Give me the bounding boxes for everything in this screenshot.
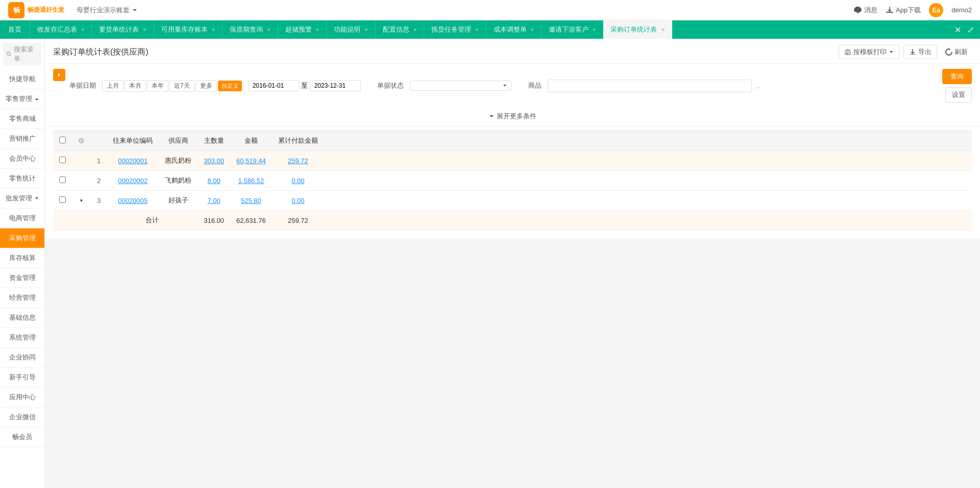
tab-task[interactable]: 拣货任务管理 × bbox=[424, 20, 486, 39]
close-tab-inventory[interactable]: × bbox=[212, 27, 215, 33]
refresh-button[interactable]: 刷新 bbox=[941, 45, 972, 59]
sidebar-item-app-center[interactable]: 应用中心 bbox=[0, 388, 44, 407]
search-placeholder: 搜索菜单 bbox=[14, 45, 38, 63]
close-tab-cost[interactable]: × bbox=[531, 27, 534, 33]
sidebar-item-enterprise[interactable]: 企业协同 bbox=[0, 348, 44, 368]
date-btn-last-month[interactable]: 上月 bbox=[102, 80, 124, 92]
sidebar-item-ecommerce[interactable]: 电商管理 bbox=[0, 209, 44, 228]
close-tab-task[interactable]: × bbox=[475, 27, 478, 33]
row-paid-1[interactable]: 259.72 bbox=[272, 151, 324, 171]
close-tab-expiry[interactable]: × bbox=[267, 27, 270, 33]
tab-home[interactable]: 首页 bbox=[0, 20, 30, 39]
template-print-button[interactable]: 按模板打印 bbox=[839, 45, 899, 59]
tab-expiry[interactable]: 保质期查询 × bbox=[223, 20, 278, 39]
message-action[interactable]: 消息 bbox=[854, 6, 877, 15]
close-tab-config[interactable]: × bbox=[413, 27, 416, 33]
date-range-area: 至 bbox=[248, 80, 361, 91]
tab-goods-stat[interactable]: 要货单统计表 × bbox=[92, 20, 154, 39]
maximize-tab-btn[interactable]: ⤢ bbox=[965, 23, 976, 37]
goods-filter-label: 商品 bbox=[528, 81, 542, 90]
sidebar-item-inventory-check[interactable]: 库存核算 bbox=[0, 248, 44, 268]
row-code-2[interactable]: 00020002 bbox=[107, 171, 159, 191]
row-qty-1[interactable]: 303.00 bbox=[198, 151, 230, 171]
svg-point-1 bbox=[7, 52, 10, 55]
sidebar-item-retail-stat[interactable]: 零售统计 bbox=[0, 169, 44, 189]
sidebar-search[interactable]: 搜索菜单 bbox=[0, 39, 44, 69]
sidebar-item-marketing[interactable]: 营销推广 bbox=[0, 129, 44, 149]
close-tab-collect[interactable]: × bbox=[81, 27, 84, 33]
tab-overstock[interactable]: 超储预警 × bbox=[278, 20, 327, 39]
sidebar-item-member[interactable]: 会员中心 bbox=[0, 149, 44, 169]
sidebar-item-shortcut[interactable]: 快捷导航 bbox=[0, 69, 44, 89]
th-gear[interactable]: ⚙ bbox=[72, 131, 91, 151]
tab-collect[interactable]: 收发存汇总表 × bbox=[30, 20, 92, 39]
gear-icon: ⚙ bbox=[78, 137, 85, 145]
row-qty-3[interactable]: 7.00 bbox=[198, 191, 230, 211]
status-select[interactable] bbox=[410, 81, 512, 91]
nav-tabs: 首页 收发存汇总表 × 要货单统计表 × 可用量库存账本 × 保质期查询 × 超… bbox=[0, 20, 980, 39]
row-amount-3[interactable]: 525.80 bbox=[230, 191, 272, 211]
sidebar-item-operation[interactable]: 经营管理 bbox=[0, 288, 44, 308]
sidebar-item-retail-shop[interactable]: 零售商城 bbox=[0, 109, 44, 129]
row-supplier-1: 惠氏奶粉 bbox=[159, 151, 198, 171]
row-code-1[interactable]: 00020001 bbox=[107, 151, 159, 171]
row-amount-1[interactable]: 60,519.44 bbox=[230, 151, 272, 171]
close-tab-btn[interactable]: ✕ bbox=[952, 23, 963, 37]
row-check bbox=[53, 191, 72, 211]
tab-config[interactable]: 配置信息 × bbox=[376, 20, 424, 39]
date-btn-this-month[interactable]: 本月 bbox=[125, 80, 146, 92]
sidebar-item-enterprise-wechat[interactable]: 企业微信 bbox=[0, 407, 44, 427]
settings-button[interactable]: 设置 bbox=[945, 87, 972, 102]
tab-purchase-stat[interactable]: 采购订单统计表 × bbox=[603, 20, 672, 39]
filter-row-date: 单据日期 上月 本月 本年 近7天 更多 自定义 bbox=[69, 69, 972, 102]
row-qty-2[interactable]: 6.00 bbox=[198, 171, 230, 191]
date-btn-custom[interactable]: 自定义 bbox=[218, 81, 242, 91]
expand-more-btn[interactable]: 展开更多条件 bbox=[488, 112, 536, 121]
sidebar-item-new-guide[interactable]: 新手引导 bbox=[0, 368, 44, 388]
workspace-selector[interactable]: 母婴行业演示账套 bbox=[77, 6, 138, 15]
sidebar-item-finance[interactable]: 资金管理 bbox=[0, 268, 44, 288]
date-from-input[interactable] bbox=[248, 80, 299, 91]
export-button[interactable]: 导出 bbox=[903, 45, 937, 59]
sidebar-item-wholesale[interactable]: 批发管理 bbox=[0, 189, 44, 209]
sidebar-item-purchase[interactable]: 采购管理 bbox=[0, 228, 44, 248]
date-btn-7days[interactable]: 近7天 bbox=[169, 80, 194, 92]
row-paid-2[interactable]: 0.00 bbox=[272, 171, 324, 191]
close-tab-invite[interactable]: × bbox=[593, 27, 596, 33]
close-tab-goods-stat[interactable]: × bbox=[143, 27, 146, 33]
search-icon bbox=[6, 51, 12, 57]
nav-tabs-right: ✕ ⤢ bbox=[952, 23, 980, 37]
footer-label: 合计 bbox=[107, 211, 198, 230]
close-tab-overstock[interactable]: × bbox=[316, 27, 319, 33]
sidebar-item-system[interactable]: 系统管理 bbox=[0, 328, 44, 348]
app-download-action[interactable]: App下载 bbox=[886, 6, 921, 15]
select-all-checkbox[interactable] bbox=[59, 137, 66, 143]
row-amount-2[interactable]: 1,586.52 bbox=[230, 171, 272, 191]
row-checkbox-2[interactable] bbox=[59, 176, 66, 183]
tab-inventory[interactable]: 可用量库存账本 × bbox=[154, 20, 223, 39]
goods-more-btn[interactable]: ... bbox=[752, 82, 764, 90]
goods-input[interactable] bbox=[548, 80, 752, 92]
search-button[interactable]: 查询 bbox=[942, 69, 972, 84]
page-actions: 按模板打印 导出 刷新 bbox=[839, 45, 972, 59]
tab-func-desc[interactable]: 功能说明 × bbox=[327, 20, 375, 39]
row-checkbox-1[interactable] bbox=[59, 157, 66, 163]
date-btn-this-year[interactable]: 本年 bbox=[147, 80, 168, 92]
date-to-input[interactable] bbox=[310, 80, 361, 91]
sidebar-item-basic[interactable]: 基础信息 bbox=[0, 308, 44, 328]
sidebar-item-vip[interactable]: 畅会员 bbox=[0, 427, 44, 447]
close-tab-purchase-stat[interactable]: × bbox=[661, 27, 664, 33]
row-paid-3[interactable]: 0.00 bbox=[272, 191, 324, 211]
close-tab-func-desc[interactable]: × bbox=[364, 27, 368, 33]
tab-invite[interactable]: 邀请下游客户 × bbox=[542, 20, 603, 39]
row-checkbox-3[interactable] bbox=[59, 196, 66, 203]
sidebar-item-retail[interactable]: 零售管理 bbox=[0, 89, 44, 109]
search-input-area[interactable]: 搜索菜单 bbox=[3, 43, 41, 65]
chevron-down-icon-print bbox=[889, 49, 894, 55]
user-avatar[interactable]: Ea bbox=[929, 3, 943, 17]
chevron-down-icon-status bbox=[502, 83, 507, 88]
date-btn-more[interactable]: 更多 bbox=[195, 80, 217, 92]
row-code-3[interactable]: 00020005 bbox=[107, 191, 159, 211]
tab-cost[interactable]: 成本调整单 × bbox=[486, 20, 542, 39]
toggle-filter-btn[interactable] bbox=[53, 69, 65, 81]
